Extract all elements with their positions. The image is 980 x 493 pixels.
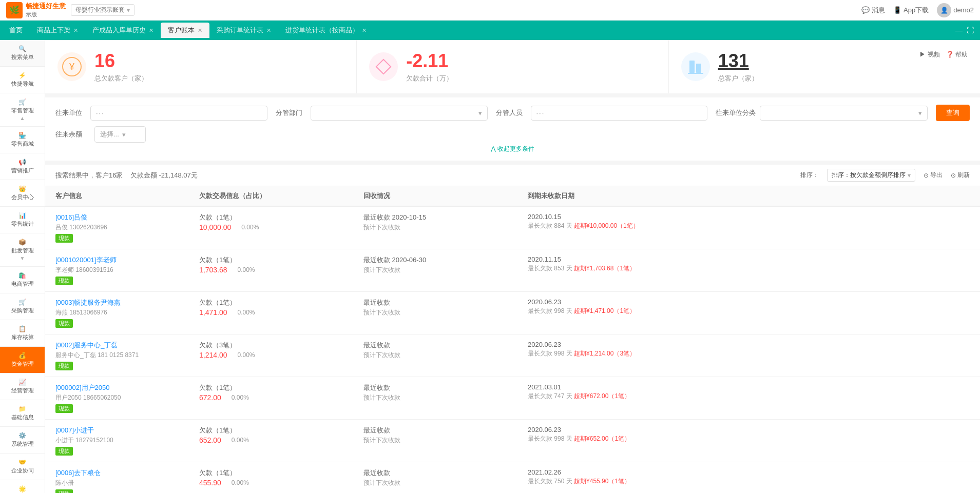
svg-rect-2 — [376, 60, 391, 74]
tab-purchase-order[interactable]: 采购订单统计表 ✕ — [209, 23, 278, 38]
result-actions: 排序： 排序：按欠款金额倒序排序 ▾ ⊙ 导出 ⊙ 刷新 — [800, 169, 970, 182]
department-select[interactable]: ▾ — [311, 106, 488, 121]
debt-ratio: 0.00% — [232, 394, 249, 401]
debt-count: 欠款（1笔） — [199, 213, 363, 222]
video-btn[interactable]: ▶ 视频 — [919, 50, 939, 59]
sidebar-item-capital[interactable]: 💰 资金管理 — [0, 347, 45, 373]
repay-last: 最近收款 — [363, 341, 528, 350]
unit-category-select[interactable]: ▾ — [760, 106, 928, 121]
sidebar-item-batch-mgmt[interactable]: 📦 批发管理 ▼ — [0, 233, 45, 267]
sidebar-item-system[interactable]: ⚙️ 系统管理 — [0, 427, 45, 453]
tab-production[interactable]: 产成品入库单历史 ✕ — [85, 23, 161, 38]
debt-count: 欠款（1笔） — [199, 298, 363, 307]
chevron-icon: ▼ — [20, 255, 25, 261]
debt-ratio: 0.00% — [232, 479, 249, 486]
sidebar-item-newbie[interactable]: 🌟 新手引导 — [0, 480, 45, 493]
message-action[interactable]: 💬 消息 — [861, 6, 885, 15]
overdue-cell: 2021.02.26 最长欠款 750 天 超期¥455.90（1笔） — [528, 468, 970, 486]
debt-info-cell: 欠款（1笔） 10,000.00 0.00% — [199, 213, 363, 232]
total-debt-label: 欠款合计（万） — [406, 74, 453, 83]
person-input[interactable]: ··· — [531, 106, 708, 121]
sidebar-item-purchase[interactable]: 🛒 采购管理 — [0, 293, 45, 320]
tab-customer-account[interactable]: 客户账本 ✕ — [161, 23, 209, 38]
debt-info-cell: 欠款（1笔） 652.00 0.00% — [199, 426, 363, 445]
sidebar-item-search[interactable]: 🔍 搜索菜单 — [0, 40, 45, 67]
sidebar: 🔍 搜索菜单 ⚡ 快捷导航 🛒 零售管理 ▲ 🏪 零售商城 📢 营销推广 � — [0, 40, 45, 493]
overdue-link[interactable]: 超期¥455.90（1笔） — [574, 478, 630, 485]
customer-phone: 海燕 18513066976 — [55, 308, 199, 317]
debt-ratio: 0.00% — [238, 351, 255, 359]
sidebar-item-enterprise-collab[interactable]: 🤝 企业协同 — [0, 453, 45, 480]
tab-products[interactable]: 商品上下架 ✕ — [30, 23, 85, 38]
repay-last: 最近收款 — [363, 383, 528, 392]
app-download-action[interactable]: 📱 App下载 — [893, 6, 929, 15]
overdue-date: 2020.06.23 — [528, 426, 970, 433]
sidebar-item-ops[interactable]: 📈 经营管理 — [0, 373, 45, 400]
filter-person: 分管人员 ··· — [496, 106, 708, 121]
overdue-link[interactable]: 超期¥10,000.00（1笔） — [574, 222, 639, 229]
sidebar-item-retail-mall[interactable]: 🏪 零售商城 — [0, 127, 45, 153]
sort-select[interactable]: 排序：按欠款金额倒序排序 ▾ — [827, 169, 915, 182]
customer-name[interactable]: [0002]服务中心_丁磊 — [55, 341, 199, 350]
user-action[interactable]: 👤 demo2 — [937, 3, 974, 17]
tab-inbound-stats[interactable]: 进货单统计表（按商品） ✕ — [278, 23, 374, 38]
overdue-days: 最长欠款 750 天 超期¥455.90（1笔） — [528, 477, 970, 486]
sidebar-item-marketing[interactable]: 📢 营销推广 — [0, 153, 45, 180]
filter-department: 分管部门 ▾ — [276, 106, 488, 121]
overdue-cell: 2020.11.15 最长欠款 853 天 超期¥1,703.68（1笔） — [528, 255, 970, 273]
total-customers-value: 131 — [718, 50, 912, 72]
close-icon[interactable]: ✕ — [362, 27, 367, 34]
sidebar-item-basic[interactable]: 📁 基础信息 — [0, 400, 45, 427]
repay-info-cell: 最近收款 预计下次收款 — [363, 298, 528, 317]
overdue-link[interactable]: 超期¥1,703.68（1笔） — [574, 265, 636, 272]
close-icon[interactable]: ✕ — [149, 27, 153, 34]
debt-amount: 1,471.00 — [199, 308, 227, 317]
export-btn[interactable]: ⊙ 导出 — [924, 171, 943, 180]
customer-name[interactable]: [0003]畅捷服务尹海燕 — [55, 298, 199, 307]
sidebar-item-inventory[interactable]: 📋 库存核算 — [0, 320, 45, 347]
customer-name[interactable]: [0007]小进干 — [55, 426, 199, 435]
customer-name[interactable]: [0016]吕俊 — [55, 213, 199, 222]
overdue-days: 最长欠款 998 天 超期¥652.00（1笔） — [528, 435, 970, 443]
collapse-tabs-icon[interactable]: — — [955, 26, 963, 34]
balance-select[interactable]: 选择... ▾ — [94, 126, 146, 143]
collapse-row[interactable]: ⋀ 收起更多条件 — [55, 145, 970, 153]
overdue-link[interactable]: 超期¥652.00（1笔） — [574, 435, 630, 442]
customer-phone: 用户2050 18665062050 — [55, 393, 199, 402]
table-row: [0007]小进干 小进干 18279152100 现款 欠款（1笔） 652.… — [45, 420, 980, 462]
sidebar-item-retail-stats[interactable]: 📊 零售统计 — [0, 207, 45, 233]
sidebar-item-quick-nav[interactable]: ⚡ 快捷导航 — [0, 67, 45, 93]
debt-count: 欠款（3笔） — [199, 341, 363, 350]
expand-tabs-icon[interactable]: ⛶ — [967, 26, 974, 34]
tabs-right: — ⛶ — [955, 26, 978, 34]
download-icon: 📱 — [893, 6, 901, 14]
query-button[interactable]: 查询 — [936, 105, 970, 121]
customer-name[interactable]: [0001020001]李老师 — [55, 255, 199, 265]
chevron-down-icon: ▾ — [918, 109, 922, 117]
repay-info-cell: 最近收款 2020-06-30 预计下次收款 — [363, 255, 528, 274]
from-unit-input[interactable]: ··· — [90, 106, 267, 121]
customer-name[interactable]: [000002]用户2050 — [55, 383, 199, 392]
close-icon[interactable]: ✕ — [266, 27, 271, 34]
customer-tag: 现款 — [55, 234, 73, 243]
chevron-down-icon: ▾ — [478, 109, 482, 117]
repay-next: 预计下次收款 — [363, 351, 528, 360]
customer-name[interactable]: [0006]去下粮仓 — [55, 468, 199, 478]
repay-last: 最近收款 — [363, 426, 528, 435]
debt-info-cell: 欠款（1笔） 1,471.00 0.00% — [199, 298, 363, 318]
overdue-link[interactable]: 超期¥672.00（1笔） — [574, 392, 630, 400]
chevron-down-icon: ▾ — [908, 172, 911, 179]
help-btn[interactable]: ❓ 帮助 — [946, 50, 968, 59]
overdue-link[interactable]: 超期¥1,471.00（1笔） — [574, 307, 636, 314]
industry-selector[interactable]: 母婴行业演示账套 ▾ — [71, 4, 134, 16]
debt-amount: 1,703.68 — [199, 266, 227, 274]
tab-home[interactable]: 首页 — [2, 23, 30, 38]
refresh-btn[interactable]: ⊙ 刷新 — [951, 171, 970, 180]
sidebar-item-ecom[interactable]: 🛍️ 电商管理 — [0, 267, 45, 293]
close-icon[interactable]: ✕ — [198, 27, 202, 34]
customer-tag: 现款 — [55, 404, 73, 413]
sidebar-item-member[interactable]: 👑 会员中心 — [0, 180, 45, 207]
overdue-link[interactable]: 超期¥1,214.00（3笔） — [574, 350, 636, 357]
close-icon[interactable]: ✕ — [73, 27, 78, 34]
sidebar-item-retail-mgmt[interactable]: 🛒 零售管理 ▲ — [0, 93, 45, 127]
